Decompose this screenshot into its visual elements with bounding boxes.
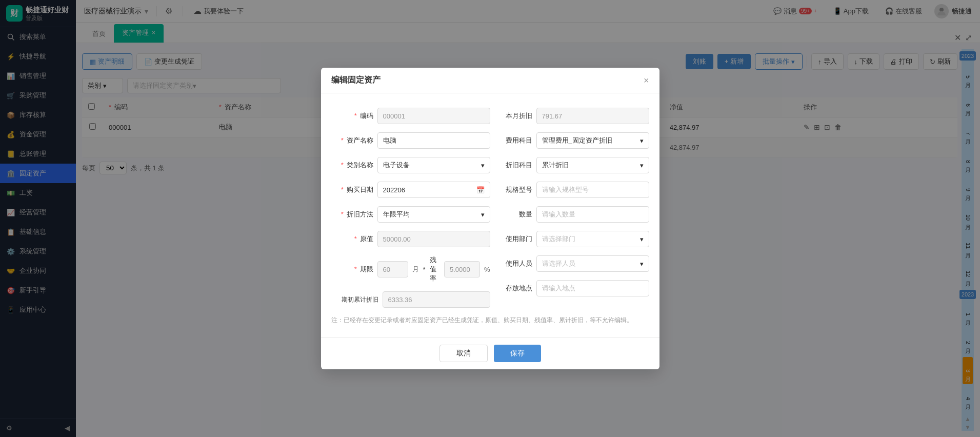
save-button[interactable]: 保存 <box>494 345 541 362</box>
modal-close-button[interactable]: × <box>644 76 649 85</box>
form-row-depreciation-subject: 折旧科目 累计折旧 ▾ <box>490 153 649 177</box>
user-select[interactable]: 请选择人员 ▾ <box>536 255 649 272</box>
form-row-period: * 期限 月 * 残值率 % <box>331 251 490 287</box>
location-input[interactable]: 请输入地点 <box>536 280 649 296</box>
modal-body: * 编码 * 资产名称 <box>321 93 659 337</box>
form-row-asset-name: * 资产名称 <box>331 128 490 153</box>
form-row-quantity: 数量 请输入数量 <box>490 202 649 227</box>
category-chevron-icon: ▾ <box>481 162 485 169</box>
code-input[interactable] <box>377 108 490 124</box>
form-row-initial-depreciation: 期初累计折旧 <box>331 287 490 312</box>
form-row-category: * 类别名称 电子设备 ▾ <box>331 153 490 177</box>
form-row-expense-subject: 费用科目 管理费用_固定资产折旧 ▾ <box>490 128 649 153</box>
asset-name-input[interactable] <box>377 132 490 149</box>
period-input[interactable] <box>377 261 408 277</box>
expense-subject-select[interactable]: 管理费用_固定资产折旧 ▾ <box>536 132 649 149</box>
form-row-purchase-date: * 购买日期 202206 📅 <box>331 177 490 202</box>
spec-input[interactable]: 请输入规格型号 <box>536 182 649 198</box>
modal-footer: 取消 保存 <box>321 337 659 369</box>
form-row-monthly-depreciation: 本月折旧 <box>490 104 649 128</box>
form-row-depreciation-method: * 折旧方法 年限平均 ▾ <box>331 202 490 227</box>
quantity-input[interactable]: 请输入数量 <box>536 206 649 223</box>
monthly-depreciation-input[interactable] <box>536 108 649 124</box>
form-note: 注：已经存在变更记录或者对应固定资产已经生成凭证，原值、购买日期、残值率、累计折… <box>331 312 649 327</box>
dep-subject-chevron-icon: ▾ <box>640 162 644 169</box>
cancel-button[interactable]: 取消 <box>439 345 488 362</box>
form-row-location: 存放地点 请输入地点 <box>490 276 649 301</box>
form-grid: * 编码 * 资产名称 <box>331 104 649 312</box>
residual-rate-input[interactable] <box>444 261 480 277</box>
modal-header: 编辑固定资产 × <box>321 68 659 93</box>
department-select[interactable]: 请选择部门 ▾ <box>536 231 649 247</box>
modal-title: 编辑固定资产 <box>331 75 381 86</box>
form-row-code: * 编码 <box>331 104 490 128</box>
category-select[interactable]: 电子设备 ▾ <box>377 157 490 173</box>
depreciation-method-select[interactable]: 年限平均 ▾ <box>377 206 490 223</box>
form-left-column: * 编码 * 资产名称 <box>331 104 490 312</box>
period-unit: 月 <box>412 265 419 274</box>
purchase-date-picker[interactable]: 202206 📅 <box>377 182 490 198</box>
residual-rate-unit: % <box>484 266 490 273</box>
modal-overlay: 编辑固定资产 × * 编码 <box>0 0 980 437</box>
calendar-icon: 📅 <box>476 186 485 194</box>
form-row-spec: 规格型号 请输入规格型号 <box>490 177 649 202</box>
edit-asset-modal: 编辑固定资产 × * 编码 <box>321 68 659 369</box>
form-right-column: 本月折旧 费用科目 管理费用_固定资产折旧 ▾ <box>490 104 649 312</box>
department-chevron-icon: ▾ <box>640 235 644 243</box>
initial-depreciation-input[interactable] <box>383 291 490 308</box>
form-row-user: 使用人员 请选择人员 ▾ <box>490 251 649 276</box>
form-row-department: 使用部门 请选择部门 ▾ <box>490 227 649 251</box>
depreciation-subject-select[interactable]: 累计折旧 ▾ <box>536 157 649 173</box>
original-value-input[interactable] <box>377 231 490 247</box>
form-row-original-value: * 原值 <box>331 227 490 251</box>
dep-method-chevron-icon: ▾ <box>481 211 485 218</box>
expense-subject-chevron-icon: ▾ <box>640 137 644 145</box>
user-chevron-icon: ▾ <box>640 260 644 268</box>
